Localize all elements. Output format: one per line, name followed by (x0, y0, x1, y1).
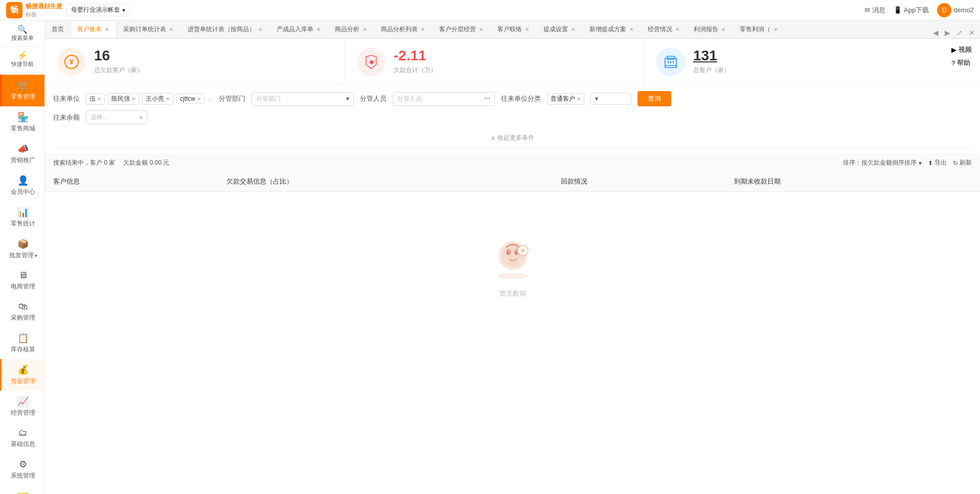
more-tags-btn[interactable]: ... (208, 95, 213, 102)
logo-area: 畅 畅捷通好生意 标版 (6, 2, 62, 18)
svg-point-17 (516, 258, 525, 263)
video-action[interactable]: ▶ 视频 (951, 45, 972, 54)
tab-close-profit[interactable]: ✕ (720, 26, 726, 33)
content-area: 首页 客户账本 ✕ 采购订单统计表 ✕ 进货单统计表（按商品） ✕ 产成品入库单… (45, 20, 980, 494)
sidebar-item-sys-mgmt[interactable]: ⚙ 系统管理 (0, 454, 44, 485)
basic-info-icon: 🗂 (18, 428, 28, 438)
tab-inbound-stats[interactable]: 进货单统计表（按商品） ✕ (181, 20, 270, 38)
tab-close-product-list[interactable]: ✕ (420, 26, 426, 33)
ops-icon: 📈 (17, 396, 29, 407)
filter-row-1: 往来单位 伍 ✕ 陈民强 ✕ 王小亮 ✕ (53, 91, 972, 106)
filter-tag-chen: 陈民强 ✕ (108, 93, 139, 105)
svg-point-12 (506, 249, 511, 255)
sidebar: 🔍 搜索菜单 ⚡ 快捷导航 🛒 零售管理 🏪 零售商城 📣 营销推广 👤 会员中… (0, 20, 45, 494)
balance-input[interactable]: 选择... ▾ (86, 110, 147, 124)
tab-close-achievement[interactable]: ✕ (628, 26, 634, 33)
collapse-button[interactable]: ∧ 收起更多条件 (487, 131, 538, 144)
unit-type-select[interactable]: ▾ (590, 93, 631, 105)
sidebar-item-purchase[interactable]: 🛍 采购管理 (0, 296, 44, 327)
dept-filter-label: 分管部门 (219, 94, 245, 103)
amount-icon: ◈ (363, 54, 379, 70)
tab-close-inbound-stats[interactable]: ✕ (257, 26, 263, 33)
filter-tags-unit-type: 普通客户 ✕ (547, 93, 584, 105)
tab-cost-inbound[interactable]: 产成品入库单 ✕ (270, 20, 328, 38)
tag-remove-wu[interactable]: ✕ (97, 96, 101, 102)
sort-select[interactable]: 排序：按欠款金额倒序排序 ▾ (843, 159, 922, 167)
person-select[interactable]: 分管人员 ••• (393, 92, 495, 106)
tab-product-analysis-list[interactable]: 商品分析列表 ✕ (374, 20, 432, 38)
svg-point-9 (497, 273, 528, 279)
capital-icon: 💰 (17, 364, 29, 375)
tab-retail-profit[interactable]: 零售利润（ ✕ (733, 20, 785, 38)
overdue-customers-number: 16 (94, 49, 143, 63)
overdue-customers-icon: ¥ (57, 48, 86, 76)
workspace-selector[interactable]: 母婴行业演示帐套 ▾ (66, 4, 130, 16)
tab-new-achievement[interactable]: 新增提成方案 ✕ (583, 20, 641, 38)
tab-close-customer-ledger[interactable]: ✕ (104, 26, 110, 33)
tab-close-retail-profit[interactable]: ✕ (772, 26, 779, 33)
tab-customer-ledger[interactable]: 客户账本 ✕ (71, 20, 117, 38)
tab-customer-contact[interactable]: 客户联络 ✕ (491, 20, 537, 38)
sidebar-item-capital-mgmt[interactable]: 💰 资金管理 (0, 359, 44, 391)
tab-reminder-settings[interactable]: 提成设置 ✕ (537, 20, 583, 38)
table-header-row: 客户信息 欠款交易信息（占比） 回款情况 到期未收款日期 (45, 172, 980, 192)
tab-close-cost-inbound[interactable]: ✕ (315, 26, 322, 33)
ecommerce-icon: 🖥 (18, 270, 28, 281)
query-button[interactable]: 查询 (637, 91, 671, 106)
tab-actions: ◀ ▶ ⤢ ✕ (928, 28, 980, 38)
tab-purchase-order[interactable]: 采购订单统计表 ✕ (117, 20, 181, 38)
overdue-amount-number: -2.11 (394, 49, 437, 63)
tab-close-product-analysis[interactable]: ✕ (361, 26, 368, 33)
tab-product-analysis[interactable]: 商品分析 ✕ (328, 20, 374, 38)
tab-close-all-btn[interactable]: ✕ (967, 28, 977, 38)
tab-close-contact[interactable]: ✕ (524, 26, 530, 33)
export-btn[interactable]: ⬆ 导出 (928, 159, 947, 167)
refresh-icon: ↻ (953, 160, 958, 167)
sidebar-item-retail-stats[interactable]: 📊 零售统计 (0, 201, 44, 233)
refresh-btn[interactable]: ↻ 刷新 (953, 159, 972, 167)
sidebar-item-enterprise-collab[interactable]: 🤝 企业协同 (0, 485, 44, 494)
user-profile[interactable]: D demo2 (937, 3, 974, 17)
stats-actions: ▶ 视频 ? 帮助 (943, 39, 980, 84)
sidebar-search[interactable]: 🔍 搜索菜单 (0, 20, 44, 47)
sidebar-quick-nav[interactable]: ⚡ 快捷导航 (0, 47, 44, 73)
help-action[interactable]: ? 帮助 (951, 58, 972, 68)
sort-label: 排序：按欠款金额倒序排序 (843, 159, 917, 167)
member-icon: 👤 (17, 175, 29, 186)
tag-remove-chen[interactable]: ✕ (131, 96, 135, 102)
sidebar-item-ops-mgmt[interactable]: 📈 经营管理 (0, 391, 44, 422)
tab-expand-btn[interactable]: ⤢ (954, 28, 965, 38)
top-bar: 畅 畅捷通好生意 标版 母婴行业演示帐套 ▾ ✉ 消息 📱 App下载 D de… (0, 0, 980, 20)
tag-remove-cjttcw[interactable]: ✕ (197, 96, 201, 102)
tab-close-segment[interactable]: ✕ (478, 26, 484, 33)
tab-home[interactable]: 首页 (45, 20, 71, 38)
tab-business-status[interactable]: 经营情况 ✕ (641, 20, 687, 38)
tag-remove-wang[interactable]: ✕ (166, 96, 170, 102)
tab-prev-btn[interactable]: ◀ (931, 28, 941, 38)
sidebar-item-marketing[interactable]: 📣 营销推广 (0, 138, 44, 170)
tab-next-btn[interactable]: ▶ (943, 28, 952, 38)
app-download-btn[interactable]: 📱 App下载 (894, 6, 929, 15)
tab-profit-report[interactable]: 利润报告 ✕ (687, 20, 733, 38)
tab-close-business[interactable]: ✕ (674, 26, 680, 33)
sidebar-item-retail-shop[interactable]: 🏪 零售商城 (0, 106, 44, 138)
stat-total-customers-content: 131 总客户（家） (693, 49, 730, 75)
sidebar-item-basic-info[interactable]: 🗂 基础信息 (0, 422, 44, 454)
sidebar-item-wholesale-mgmt[interactable]: 📦 批发管理 ▾ (0, 233, 44, 265)
tab-customer-segment[interactable]: 客户分层经营 ✕ (432, 20, 491, 38)
dept-select[interactable]: 分管部门 ▾ (252, 92, 354, 106)
tag-remove-normal-customer[interactable]: ✕ (577, 96, 581, 102)
col-repayment: 回款情况 (553, 172, 726, 192)
sidebar-item-member-center[interactable]: 👤 会员中心 (0, 170, 44, 201)
stat-overdue-amount-content: -2.11 欠款合计（万） (394, 49, 437, 75)
chevron-down-icon: ▾ (35, 253, 37, 258)
retail-stats-icon: 📊 (17, 207, 29, 218)
tab-close-purchase-order[interactable]: ✕ (168, 26, 174, 33)
sidebar-item-ecommerce[interactable]: 🖥 电商管理 (0, 265, 44, 296)
page-content: ¥ 16 总欠款客户（家） ◈ (45, 39, 980, 494)
retail-mgmt-icon: 🛒 (17, 80, 29, 91)
message-btn[interactable]: ✉ 消息 (864, 6, 885, 15)
sidebar-item-inventory[interactable]: 📋 库存核算 (0, 327, 44, 359)
tab-close-reminder[interactable]: ✕ (570, 26, 576, 33)
sidebar-item-retail-mgmt[interactable]: 🛒 零售管理 (0, 75, 44, 106)
